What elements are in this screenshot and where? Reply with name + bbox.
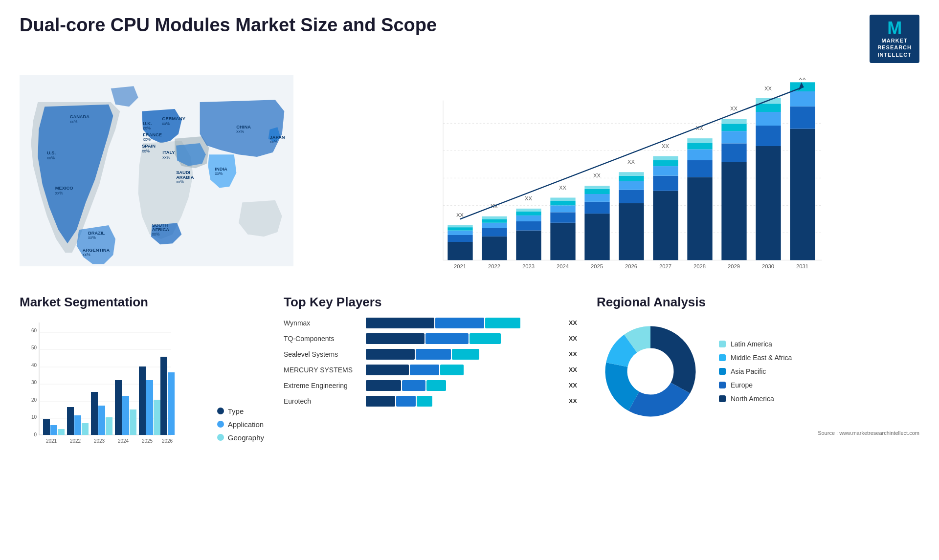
svg-rect-59 (550, 212, 575, 222)
svg-rect-144 (130, 409, 136, 435)
reg-dot-north-america (719, 395, 726, 402)
player-bar-wynmax (366, 318, 562, 328)
player-bar-eurotech-seg1 (366, 396, 395, 407)
svg-text:50: 50 (31, 345, 37, 350)
svg-text:CANADA: CANADA (70, 114, 90, 119)
svg-rect-64 (584, 214, 609, 260)
legend-application-dot (217, 421, 224, 428)
svg-rect-136 (67, 407, 74, 435)
legend-geography-label: Geography (228, 433, 264, 442)
player-xx-sealevel: XX (569, 350, 577, 358)
page-header: Dual-core CPU Modules Market Size and Sc… (20, 15, 919, 63)
svg-rect-134 (50, 425, 57, 435)
reg-label-latin: Latin America (731, 340, 772, 348)
player-bar-sealevel (366, 349, 562, 360)
reg-label-mea: Middle East & Africa (731, 354, 792, 362)
svg-text:XX: XX (764, 86, 772, 91)
player-row-eurotech: Eurotech XX (284, 396, 577, 407)
regional-title: Regional Analysis (597, 295, 919, 310)
svg-rect-102 (790, 91, 815, 107)
svg-text:2026: 2026 (162, 438, 173, 444)
svg-rect-56 (516, 209, 541, 212)
logo-area: M MARKETRESEARCHINTELLECT (870, 15, 919, 63)
svg-text:xx%: xx% (236, 129, 244, 134)
reg-dot-asia (719, 368, 726, 375)
player-xx-eurotech: XX (569, 397, 577, 405)
segmentation-chart-area: 0 10 20 30 40 50 60 (20, 318, 207, 456)
reg-legend-asia: Asia Pacific (719, 367, 792, 375)
player-row-sealevel: Sealevel Systems XX (284, 349, 577, 360)
player-bar-tq-seg3 (470, 333, 501, 344)
svg-text:xx%: xx% (143, 126, 151, 130)
player-xx-extreme: XX (569, 382, 577, 389)
svg-text:xx%: xx% (176, 179, 184, 184)
legend-application-label: Application (228, 420, 264, 429)
svg-rect-78 (653, 166, 678, 176)
svg-text:xx%: xx% (55, 190, 63, 195)
svg-text:xx%: xx% (142, 149, 150, 153)
player-row-mercury: MERCURY SYSTEMS XX (284, 365, 577, 375)
segmentation-legend: Type Application Geography (217, 407, 264, 456)
player-name-extreme: Extreme Engineering (284, 382, 362, 389)
svg-text:2023: 2023 (94, 438, 105, 444)
reg-legend-europe: Europe (719, 381, 792, 389)
svg-rect-135 (58, 429, 65, 435)
player-xx-wynmax: XX (569, 319, 577, 326)
bottom-grid: Market Segmentation 0 10 20 30 40 50 (20, 295, 919, 456)
player-bar-extreme (366, 380, 562, 391)
svg-text:XX: XX (627, 159, 635, 165)
svg-rect-94 (756, 146, 781, 260)
legend-type-dot (217, 408, 224, 414)
svg-rect-76 (653, 191, 678, 260)
svg-rect-66 (584, 194, 609, 202)
svg-rect-149 (168, 372, 175, 435)
svg-rect-46 (482, 237, 507, 260)
reg-label-asia: Asia Pacific (731, 367, 766, 375)
svg-text:2024: 2024 (118, 438, 129, 444)
logo-box: M MARKETRESEARCHINTELLECT (870, 15, 919, 63)
svg-text:2025: 2025 (142, 438, 153, 444)
svg-point-162 (628, 349, 672, 393)
player-bar-tq-seg1 (366, 333, 425, 344)
donut-svg (597, 318, 704, 425)
player-bar-tq-seg2 (425, 333, 469, 344)
svg-rect-40 (447, 242, 472, 260)
svg-text:2023: 2023 (522, 263, 535, 269)
player-xx-tq: XX (569, 335, 577, 342)
svg-rect-91 (721, 124, 746, 131)
svg-rect-52 (516, 231, 541, 260)
player-bar-sealevel-seg3 (452, 349, 479, 360)
player-bar-eurotech (366, 396, 562, 407)
svg-text:10: 10 (31, 414, 37, 420)
world-map-svg: CANADA xx% U.S. xx% MEXICO xx% BRAZIL xx… (20, 73, 293, 268)
regional-inner: Latin America Middle East & Africa Asia … (597, 318, 919, 425)
players-section: Top Key Players Wynmax XX TQ-Components (284, 295, 577, 456)
svg-text:2022: 2022 (488, 263, 500, 269)
svg-text:XX: XX (730, 106, 738, 111)
reg-dot-latin (719, 341, 726, 347)
svg-rect-48 (482, 223, 507, 228)
player-bar-extreme-seg1 (366, 380, 401, 391)
bar-chart-wrapper: XX XX XX (323, 73, 919, 285)
svg-rect-70 (619, 203, 644, 260)
svg-rect-148 (160, 357, 167, 435)
svg-rect-42 (447, 231, 472, 235)
svg-text:XX: XX (662, 143, 669, 149)
svg-rect-96 (756, 112, 781, 126)
svg-text:xx%: xx% (83, 252, 90, 257)
svg-text:2024: 2024 (557, 263, 569, 269)
logo-text: MARKETRESEARCHINTELLECT (877, 37, 912, 58)
svg-rect-62 (550, 197, 575, 201)
svg-rect-95 (756, 126, 781, 146)
svg-rect-72 (619, 181, 644, 190)
svg-rect-145 (139, 366, 146, 435)
svg-text:2026: 2026 (625, 263, 637, 269)
svg-rect-139 (91, 392, 98, 435)
svg-rect-80 (653, 156, 678, 160)
svg-rect-88 (721, 162, 746, 260)
player-name-eurotech: Eurotech (284, 397, 362, 405)
svg-rect-147 (154, 400, 160, 435)
player-bar-wynmax-seg2 (435, 318, 484, 328)
svg-rect-58 (550, 223, 575, 260)
svg-rect-67 (584, 189, 609, 194)
